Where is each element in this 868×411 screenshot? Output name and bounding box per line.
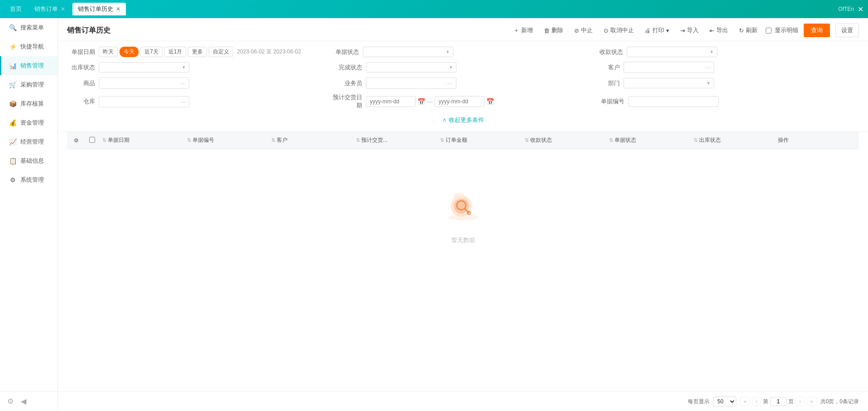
expected-date-label: 预计交货日期 xyxy=(330,93,366,110)
inventory-icon: 📦 xyxy=(9,100,17,108)
empty-illustration xyxy=(441,185,486,231)
customer-more-icon[interactable]: ··· xyxy=(705,64,710,71)
date-btn-more[interactable]: 更多 xyxy=(188,47,207,57)
sidebar-item-system[interactable]: ⚙ 系统管理 xyxy=(0,170,58,189)
salesperson-input[interactable]: ··· xyxy=(366,77,456,89)
delete-label: 删除 xyxy=(551,26,563,34)
date-separator: — xyxy=(427,98,433,105)
th-expected-delivery[interactable]: 预计交货... xyxy=(352,132,437,149)
tab-sales-order-close[interactable]: ✕ xyxy=(61,6,65,12)
sidebar-label-system: 系统管理 xyxy=(20,176,44,184)
date-input-group: 📅 — 📅 xyxy=(366,96,494,107)
table-header-row: ⚙ 单据日期 单据编号 客户 预计交货... 订单金额 收款状态 单据状态 出库… xyxy=(67,132,859,149)
date-btn-1month[interactable]: 近1月 xyxy=(164,47,187,57)
tab-home[interactable]: 首页 xyxy=(5,3,27,15)
operations-icon: 📈 xyxy=(9,138,17,146)
th-payment-status[interactable]: 收款状态 xyxy=(521,132,606,149)
tab-sales-order[interactable]: 销售订单 ✕ xyxy=(29,3,71,15)
delete-button[interactable]: 🗑 删除 xyxy=(541,24,566,36)
display-detail-toggle[interactable]: 显示明细 xyxy=(766,26,798,34)
date-btn-7days[interactable]: 近7天 xyxy=(140,47,163,57)
new-button[interactable]: ＋ 新增 xyxy=(511,24,536,36)
sidebar-label-purchase: 采购管理 xyxy=(20,81,44,89)
sidebar-item-inventory[interactable]: 📦 库存核算 xyxy=(0,94,58,113)
finance-icon: 💰 xyxy=(9,119,17,127)
expected-date-to[interactable] xyxy=(435,96,484,107)
date-btn-yesterday[interactable]: 昨天 xyxy=(99,47,118,57)
stop-button[interactable]: ⊘ 中止 xyxy=(571,24,595,36)
sidebar-item-sales[interactable]: 📊 销售管理 xyxy=(0,56,58,75)
table-container: ⚙ 单据日期 单据编号 客户 预计交货... 订单金额 收款状态 单据状态 出库… xyxy=(67,132,859,392)
refresh-button[interactable]: ↻ 刷新 xyxy=(736,24,760,36)
th-date[interactable]: 单据日期 xyxy=(99,132,183,149)
collapse-sidebar-icon[interactable]: ◀ xyxy=(21,397,26,406)
salesperson-more-icon[interactable]: ··· xyxy=(447,80,452,87)
last-page-button[interactable]: » xyxy=(806,397,817,406)
display-detail-checkbox[interactable] xyxy=(766,28,772,34)
calendar-from-icon[interactable]: 📅 xyxy=(417,98,425,105)
sidebar-item-quick-nav[interactable]: ⚡ 快捷导航 xyxy=(0,37,58,56)
th-settings[interactable]: ⚙ xyxy=(67,132,85,149)
th-checkbox[interactable] xyxy=(85,132,99,149)
tab-sales-order-history-close[interactable]: ✕ xyxy=(116,6,120,12)
tab-sales-order-history[interactable]: 销售订单历史 ✕ xyxy=(72,3,126,15)
payment-status-label: 收款状态 xyxy=(595,48,627,56)
goods-more-icon[interactable]: ··· xyxy=(180,80,185,87)
warehouse-control: ··· xyxy=(99,96,330,107)
import-button[interactable]: ⇥ 导入 xyxy=(677,24,701,36)
payment-status-select[interactable]: ▾ xyxy=(627,47,717,57)
top-bar: 首页 销售订单 ✕ 销售订单历史 ✕ OfTEn ✕ xyxy=(0,0,868,18)
warehouse-input[interactable]: ··· xyxy=(99,96,189,107)
per-page-select[interactable]: 50 20 100 xyxy=(713,396,736,406)
settings-button[interactable]: 设置 xyxy=(835,24,859,37)
th-customer[interactable]: 客户 xyxy=(268,132,352,149)
prev-page-button[interactable]: ‹ xyxy=(752,397,761,406)
sidebar-item-finance[interactable]: 💰 资金管理 xyxy=(0,113,58,132)
query-button[interactable]: 查询 xyxy=(804,24,830,37)
th-order-status[interactable]: 单据状态 xyxy=(605,132,690,149)
warehouse-more-icon[interactable]: ··· xyxy=(180,98,185,105)
goods-input[interactable]: ··· xyxy=(99,77,189,89)
empty-state: 暂无数据 xyxy=(67,149,859,280)
page-input[interactable] xyxy=(770,397,786,406)
delete-icon: 🗑 xyxy=(544,27,550,34)
first-page-button[interactable]: « xyxy=(740,397,750,406)
delivery-status-select[interactable]: ▾ xyxy=(99,62,189,73)
cancel-stop-button[interactable]: ⊙ 取消中止 xyxy=(601,24,637,36)
collapse-button[interactable]: ∧ 收起更多条件 xyxy=(67,114,859,126)
next-page-button[interactable]: › xyxy=(796,397,805,406)
th-delivery-status[interactable]: 出库状态 xyxy=(690,132,775,149)
customer-input[interactable]: ··· xyxy=(623,62,714,73)
cancel-stop-label: 取消中止 xyxy=(610,26,634,34)
completion-status-select[interactable]: ▾ xyxy=(366,62,456,73)
select-all-checkbox[interactable] xyxy=(89,137,95,143)
import-label: 导入 xyxy=(687,26,699,34)
expected-date-from[interactable] xyxy=(366,96,416,107)
th-number[interactable]: 单据编号 xyxy=(183,132,268,149)
sidebar-item-operations[interactable]: 📈 经营管理 xyxy=(0,132,58,151)
sidebar-label-operations: 经营管理 xyxy=(20,138,44,146)
order-status-select[interactable]: ▾ xyxy=(363,47,453,57)
cancel-stop-icon: ⊙ xyxy=(604,27,609,34)
table-area: ⚙ 单据日期 单据编号 客户 预计交货... 订单金额 收款状态 单据状态 出库… xyxy=(58,132,868,392)
export-button[interactable]: ⇤ 导出 xyxy=(707,24,731,36)
content-area: 销售订单历史 ＋ 新增 🗑 删除 ⊘ 中止 ⊙ 取消中止 xyxy=(58,18,868,411)
date-btn-custom[interactable]: 自定义 xyxy=(209,47,233,57)
sidebar-item-search[interactable]: 🔍 搜索菜单 xyxy=(0,18,58,37)
page-label-end: 页 xyxy=(788,398,794,406)
calendar-to-icon[interactable]: 📅 xyxy=(486,98,494,105)
order-number-input[interactable] xyxy=(628,96,719,107)
th-amount[interactable]: 订单金额 xyxy=(436,132,521,149)
date-btn-today[interactable]: 今天 xyxy=(120,47,139,57)
sidebar-label-quick-nav: 快捷导航 xyxy=(20,43,44,51)
payment-status-control: ▾ xyxy=(627,47,859,57)
dept-select[interactable]: ▾ xyxy=(623,78,714,88)
sidebar-item-purchase[interactable]: 🛒 采购管理 xyxy=(0,75,58,94)
system-icon: ⚙ xyxy=(9,176,17,184)
window-close-button[interactable]: ✕ xyxy=(858,5,863,14)
page-nav: « ‹ 第 页 › » xyxy=(740,397,816,406)
print-button[interactable]: 🖨 打印 ▾ xyxy=(642,24,672,36)
settings-bottom-icon[interactable]: ⚙ xyxy=(7,397,14,406)
payment-status-arrow: ▾ xyxy=(710,49,713,55)
sidebar-item-basic[interactable]: 📋 基础信息 xyxy=(0,151,58,170)
